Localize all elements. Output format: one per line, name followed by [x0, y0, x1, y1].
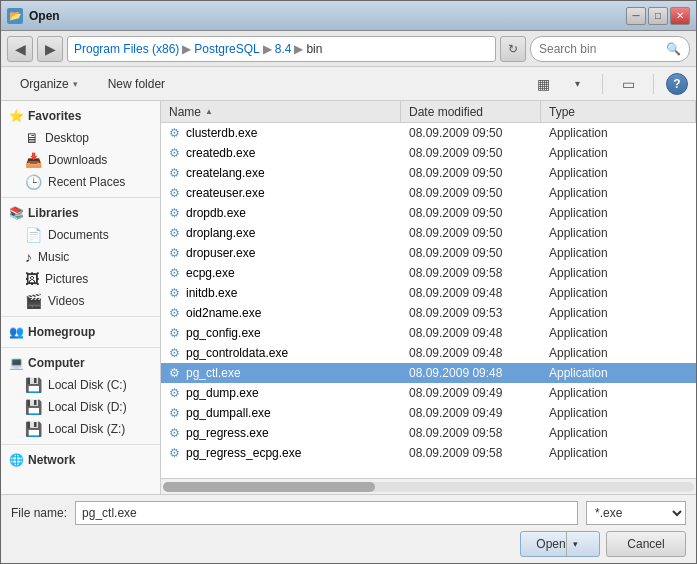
sidebar: ⭐ Favorites 🖥 Desktop 📥 Downloads 🕒 Rece…: [1, 101, 161, 494]
table-row[interactable]: ⚙pg_dump.exe08.09.2009 09:49Application: [161, 383, 696, 403]
downloads-icon: 📥: [25, 152, 42, 168]
title-bar-buttons: ─ □ ✕: [626, 7, 690, 25]
breadcrumb-item-4[interactable]: bin: [306, 42, 322, 56]
breadcrumb-bar[interactable]: Program Files (x86) ▶ PostgreSQL ▶ 8.4 ▶…: [67, 36, 496, 62]
search-box[interactable]: 🔍: [530, 36, 690, 62]
sidebar-group-homegroup-header[interactable]: 👥 Homegroup: [1, 321, 160, 343]
view-dropdown-button[interactable]: ▾: [564, 71, 590, 97]
file-exe-icon: ⚙: [169, 326, 180, 340]
scrollbar-thumb[interactable]: [163, 482, 375, 492]
table-row[interactable]: ⚙pg_config.exe08.09.2009 09:48Applicatio…: [161, 323, 696, 343]
table-row[interactable]: ⚙createdb.exe08.09.2009 09:50Application: [161, 143, 696, 163]
file-date-cell: 08.09.2009 09:58: [401, 263, 541, 282]
file-date-cell: 08.09.2009 09:48: [401, 363, 541, 382]
search-input[interactable]: [539, 42, 662, 56]
sidebar-group-computer-header[interactable]: 💻 Computer: [1, 352, 160, 374]
table-row[interactable]: ⚙pg_regress.exe08.09.2009 09:58Applicati…: [161, 423, 696, 443]
star-icon: ⭐: [9, 109, 24, 123]
sidebar-group-favorites-header[interactable]: ⭐ Favorites: [1, 105, 160, 127]
table-row[interactable]: ⚙dropuser.exe08.09.2009 09:50Application: [161, 243, 696, 263]
open-dialog: 📂 Open ─ □ ✕ ◀ ▶ Program Files (x86) ▶ P…: [0, 0, 697, 564]
sidebar-item-local-d[interactable]: 💾 Local Disk (D:): [1, 396, 160, 418]
sidebar-item-videos[interactable]: 🎬 Videos: [1, 290, 160, 312]
toolbar: Organize ▾ New folder ▦ ▾ ▭ ?: [1, 67, 696, 101]
file-date-cell: 08.09.2009 09:48: [401, 323, 541, 342]
table-row[interactable]: ⚙oid2name.exe08.09.2009 09:53Application: [161, 303, 696, 323]
sidebar-group-libraries: 📚 Libraries 📄 Documents ♪ Music 🖼 Pictur…: [1, 202, 160, 312]
col-header-date[interactable]: Date modified: [401, 101, 541, 122]
sidebar-item-recent-places[interactable]: 🕒 Recent Places: [1, 171, 160, 193]
sidebar-item-downloads[interactable]: 📥 Downloads: [1, 149, 160, 171]
preview-button[interactable]: ▭: [615, 71, 641, 97]
help-button[interactable]: ?: [666, 73, 688, 95]
sidebar-group-computer: 💻 Computer 💾 Local Disk (C:) 💾 Local Dis…: [1, 352, 160, 440]
file-exe-icon: ⚙: [169, 286, 180, 300]
table-row[interactable]: ⚙pg_dumpall.exe08.09.2009 09:49Applicati…: [161, 403, 696, 423]
horizontal-scrollbar[interactable]: [161, 478, 696, 494]
sidebar-group-network: 🌐 Network: [1, 449, 160, 471]
file-date-cell: 08.09.2009 09:50: [401, 183, 541, 202]
dialog-icon: 📂: [7, 8, 23, 24]
table-row[interactable]: ⚙clusterdb.exe08.09.2009 09:50Applicatio…: [161, 123, 696, 143]
open-button[interactable]: Open ▾: [520, 531, 600, 557]
refresh-button[interactable]: ↻: [500, 36, 526, 62]
file-type-cell: Application: [541, 303, 696, 322]
organize-button[interactable]: Organize ▾: [9, 71, 89, 97]
music-icon: ♪: [25, 249, 32, 265]
table-row[interactable]: ⚙createlang.exe08.09.2009 09:50Applicati…: [161, 163, 696, 183]
sidebar-item-desktop[interactable]: 🖥 Desktop: [1, 127, 160, 149]
file-name-cell: ⚙createlang.exe: [161, 163, 401, 182]
file-exe-icon: ⚙: [169, 406, 180, 420]
sidebar-group-libraries-header[interactable]: 📚 Libraries: [1, 202, 160, 224]
breadcrumb-item-3[interactable]: 8.4: [275, 42, 292, 56]
open-dropdown-arrow[interactable]: ▾: [566, 532, 584, 556]
sidebar-item-local-z[interactable]: 💾 Local Disk (Z:): [1, 418, 160, 440]
close-button[interactable]: ✕: [670, 7, 690, 25]
table-row[interactable]: ⚙pg_regress_ecpg.exe08.09.2009 09:58Appl…: [161, 443, 696, 463]
sidebar-item-pictures[interactable]: 🖼 Pictures: [1, 268, 160, 290]
file-type-cell: Application: [541, 423, 696, 442]
maximize-button[interactable]: □: [648, 7, 668, 25]
file-name-cell: ⚙pg_ctl.exe: [161, 363, 401, 382]
table-row[interactable]: ⚙ecpg.exe08.09.2009 09:58Application: [161, 263, 696, 283]
new-folder-button[interactable]: New folder: [97, 71, 176, 97]
table-row[interactable]: ⚙createuser.exe08.09.2009 09:50Applicati…: [161, 183, 696, 203]
file-type-cell: Application: [541, 403, 696, 422]
file-exe-icon: ⚙: [169, 186, 180, 200]
breadcrumb-item-1[interactable]: Program Files (x86): [74, 42, 179, 56]
sidebar-item-local-c[interactable]: 💾 Local Disk (C:): [1, 374, 160, 396]
breadcrumb-item-2[interactable]: PostgreSQL: [194, 42, 259, 56]
file-type-cell: Application: [541, 363, 696, 382]
network-icon: 🌐: [9, 453, 24, 467]
cancel-button[interactable]: Cancel: [606, 531, 686, 557]
col-header-name[interactable]: Name ▲: [161, 101, 401, 122]
file-exe-icon: ⚙: [169, 346, 180, 360]
title-bar: 📂 Open ─ □ ✕: [1, 1, 696, 31]
table-row[interactable]: ⚙initdb.exe08.09.2009 09:48Application: [161, 283, 696, 303]
back-button[interactable]: ◀: [7, 36, 33, 62]
table-row[interactable]: ⚙dropdb.exe08.09.2009 09:50Application: [161, 203, 696, 223]
sidebar-item-documents[interactable]: 📄 Documents: [1, 224, 160, 246]
file-type-cell: Application: [541, 343, 696, 362]
forward-button[interactable]: ▶: [37, 36, 63, 62]
dialog-title: Open: [29, 9, 626, 23]
table-row[interactable]: ⚙pg_ctl.exe08.09.2009 09:48Application: [161, 363, 696, 383]
table-row[interactable]: ⚙droplang.exe08.09.2009 09:50Application: [161, 223, 696, 243]
col-header-type[interactable]: Type: [541, 101, 696, 122]
filename-input[interactable]: [75, 501, 578, 525]
file-date-cell: 08.09.2009 09:48: [401, 283, 541, 302]
file-exe-icon: ⚙: [169, 146, 180, 160]
file-date-cell: 08.09.2009 09:50: [401, 123, 541, 142]
minimize-button[interactable]: ─: [626, 7, 646, 25]
sidebar-item-music[interactable]: ♪ Music: [1, 246, 160, 268]
filetype-select[interactable]: *.exe: [586, 501, 686, 525]
table-row[interactable]: ⚙pg_controldata.exe08.09.2009 09:48Appli…: [161, 343, 696, 363]
organize-dropdown-arrow: ▾: [73, 79, 78, 89]
sidebar-divider-4: [1, 444, 160, 445]
col-sort-arrow: ▲: [205, 107, 213, 116]
file-exe-icon: ⚙: [169, 366, 180, 380]
sidebar-group-network-header[interactable]: 🌐 Network: [1, 449, 160, 471]
breadcrumb-sep-2: ▶: [263, 42, 272, 56]
desktop-icon: 🖥: [25, 130, 39, 146]
view-list-button[interactable]: ▦: [530, 71, 556, 97]
